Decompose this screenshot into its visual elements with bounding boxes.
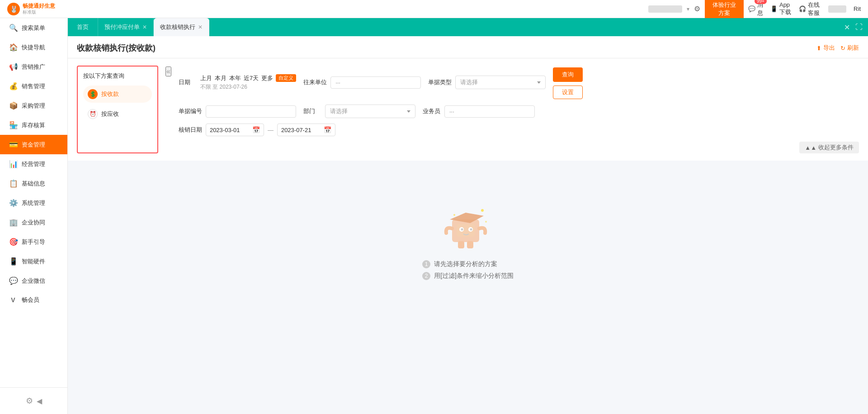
date-custom-badge: 自定义: [276, 74, 296, 82]
phone-icon: 📱: [770, 5, 778, 12]
dept-label: 部门: [303, 107, 321, 115]
page-header: 收款核销执行(按收款) ⬆ 导出 ↻ 刷新: [68, 36, 868, 58]
empty-hint-2: 2 用[过滤]条件来缩小分析范围: [422, 272, 514, 280]
sidebar-item-vip[interactable]: V 畅会员: [0, 290, 67, 309]
date-link-more[interactable]: 更多: [261, 74, 273, 82]
filter-option-by-receivable-label: 按应收: [101, 110, 119, 118]
filter-left-panel: 按以下方案查询 💲 按收款 ⏰ 按应收: [77, 66, 158, 153]
sidebar-item-purchase[interactable]: 📦 采购管理: [0, 96, 67, 115]
logo-icon: 🐰: [7, 3, 20, 15]
sidebar-item-finance[interactable]: 💳 资金管理: [0, 135, 67, 154]
tab-header-right: ✕ ⛶: [842, 21, 868, 33]
date-link-this-month[interactable]: 本月: [215, 74, 226, 82]
logo-brand: 🐰 畅捷通好生意 标准版: [7, 3, 644, 15]
writeoff-date-start[interactable]: [210, 127, 250, 133]
filter-row-3: 核销日期 📅 — 📅: [179, 124, 859, 136]
sidebar-item-inventory[interactable]: 🏪 库存核算: [0, 115, 67, 135]
sidebar-label-inventory: 库存核算: [22, 121, 45, 129]
query-button[interactable]: 查询: [553, 67, 583, 82]
online-service-button[interactable]: 🎧 在线客服: [799, 1, 821, 17]
message-button[interactable]: 💬 消息 99+: [748, 1, 763, 17]
calendar-end-icon: 📅: [324, 126, 331, 133]
settings-icon: ⚙️: [9, 199, 17, 207]
writeoff-date-end-wrapper: 📅: [277, 124, 335, 136]
filter-collapse-button[interactable]: «: [165, 67, 171, 76]
date-label: 日期: [179, 78, 197, 86]
filter-group-counterparty: 往来单位: [303, 76, 421, 89]
page-content: 收款核销执行(按收款) ⬆ 导出 ↻ 刷新 按以下方案查询: [68, 36, 868, 414]
chevron-up-icon: ▲▲: [805, 144, 816, 151]
sidebar-item-quick-nav[interactable]: 🏠 快捷导航: [0, 38, 67, 57]
chart-icon: 📊: [9, 160, 17, 168]
hint-text-2: 用[过滤]条件来缩小分析范围: [434, 272, 514, 280]
app-download-button[interactable]: 📱 App下载: [770, 1, 792, 16]
date-link-this-year[interactable]: 本年: [229, 74, 241, 82]
svg-rect-7: [467, 241, 473, 248]
counterparty-label: 往来单位: [303, 78, 327, 86]
sidebar-item-system[interactable]: ⚙️ 系统管理: [0, 193, 67, 213]
sidebar-label-quick-nav: 快捷导航: [22, 43, 45, 52]
export-button[interactable]: ⬆ 导出: [816, 44, 835, 52]
tab-receive-offset-close[interactable]: ✕: [198, 24, 203, 30]
sidebar-label-enterprise: 企业协同: [22, 219, 45, 227]
counterparty-input[interactable]: [330, 76, 421, 89]
tab-close-button[interactable]: ✕: [842, 21, 852, 33]
svg-point-5: [470, 228, 472, 231]
sidebar-label-basic-info: 基础信息: [22, 180, 45, 188]
tab-prepay-close[interactable]: ✕: [142, 24, 147, 30]
filter-option-by-receivable[interactable]: ⏰ 按应收: [83, 105, 152, 123]
gear-icon[interactable]: ⚙: [694, 5, 700, 13]
tab-home-label: 首页: [77, 23, 89, 31]
tab-home[interactable]: 首页: [68, 18, 98, 36]
doctype-label: 单据类型: [428, 78, 452, 86]
bottom-collapse-icon[interactable]: ◀: [37, 397, 42, 405]
sidebar-bottom-settings[interactable]: ⚙ ◀: [0, 391, 67, 410]
industry-solution-button[interactable]: 体验行业方案: [705, 0, 744, 19]
empty-hints: 1 请先选择要分析的方案 2 用[过滤]条件来缩小分析范围: [422, 260, 514, 280]
sidebar-item-marketing[interactable]: 📢 营销推广: [0, 57, 67, 76]
sidebar-item-wechat[interactable]: 💬 企业微信: [0, 271, 67, 290]
collapse-more-button[interactable]: ▲▲ 收起更多条件: [799, 142, 859, 153]
dept-select[interactable]: 请选择: [325, 105, 415, 118]
tab-prepay-label: 预付冲应付单: [104, 23, 140, 31]
filter-group-staff: 业务员: [423, 105, 535, 118]
doctype-select[interactable]: 请选择: [455, 76, 546, 89]
tab-prepay[interactable]: 预付冲应付单 ✕: [98, 18, 154, 36]
message-badge: 99+: [755, 0, 767, 4]
query-btn-group: 查询 设置: [553, 66, 583, 99]
settings-button[interactable]: 设置: [553, 86, 583, 99]
filter-form: 日期 上月 本月 本年 近7天 更多 自定义 不限 至: [179, 66, 859, 153]
sidebar-label-vip: 畅会员: [22, 296, 39, 304]
svg-point-8: [481, 209, 484, 212]
sidebar-bottom: ⚙ ◀: [0, 387, 67, 414]
filter-panel-title: 按以下方案查询: [83, 72, 152, 80]
sidebar-label-finance: 资金管理: [22, 141, 45, 149]
empty-illustration: [441, 197, 495, 251]
date-link-7days[interactable]: 近7天: [244, 74, 259, 82]
filter-option-by-receipt[interactable]: 💲 按收款: [83, 86, 152, 103]
account-arrow[interactable]: ▾: [687, 6, 689, 12]
target-icon: 🎯: [9, 238, 17, 246]
svg-point-10: [485, 221, 487, 223]
sidebar-item-basic-info[interactable]: 📋 基础信息: [0, 174, 67, 193]
wechat-icon: 💬: [9, 276, 17, 285]
card-icon: 💳: [9, 140, 17, 149]
sidebar-label-purchase: 采购管理: [22, 102, 45, 110]
refresh-button[interactable]: ↻ 刷新: [840, 44, 859, 52]
sidebar-item-guide[interactable]: 🎯 新手引导: [0, 232, 67, 252]
calendar-start-icon: 📅: [252, 126, 260, 133]
sidebar-item-hardware[interactable]: 📱 智能硬件: [0, 252, 67, 271]
svg-rect-6: [458, 241, 464, 248]
sidebar-item-operation[interactable]: 📊 经营管理: [0, 154, 67, 174]
sidebar-item-enterprise[interactable]: 🏢 企业协同: [0, 213, 67, 232]
tab-receive-offset[interactable]: 收款核销执行 ✕: [154, 18, 209, 36]
docno-input[interactable]: [206, 105, 296, 118]
sidebar-item-sales[interactable]: 💰 销售管理: [0, 76, 67, 96]
staff-input[interactable]: [444, 105, 535, 118]
writeoff-date-end[interactable]: [281, 127, 322, 133]
date-link-last-month[interactable]: 上月: [200, 74, 212, 82]
sidebar-label-operation: 经营管理: [22, 160, 45, 168]
tab-expand-button[interactable]: ⛶: [854, 21, 864, 33]
sidebar-item-search[interactable]: 🔍 搜索菜单: [0, 18, 67, 38]
service-icon: 🎧: [799, 5, 806, 12]
